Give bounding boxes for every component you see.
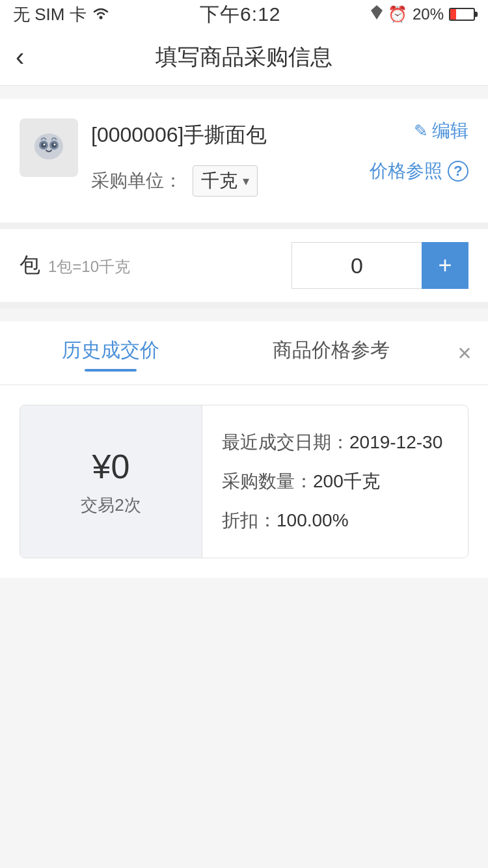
plus-icon: +: [438, 252, 452, 279]
page-title: 填写商品采购信息: [156, 42, 332, 72]
unit-label: 采购单位：: [91, 169, 182, 193]
transaction-price-panel: ¥0 交易2次: [20, 405, 202, 558]
tab-product-price-ref[interactable]: 商品价格参考: [221, 321, 441, 385]
discount-label: 折扣：: [222, 510, 277, 530]
quantity-plus-button[interactable]: +: [422, 242, 468, 289]
chevron-down-icon: ▾: [243, 173, 249, 189]
status-right: ⏰ 20%: [371, 5, 475, 23]
back-icon: ‹: [16, 42, 24, 72]
wifi-icon: [92, 5, 110, 25]
sim-text: 无 SIM 卡: [13, 3, 87, 26]
tab1-label: 历史成交价: [62, 337, 159, 364]
edit-label: 编辑: [432, 118, 468, 143]
date-label: 最近成交日期：: [222, 432, 349, 452]
status-time: 下午6:12: [200, 1, 280, 28]
status-left: 无 SIM 卡: [13, 3, 110, 26]
product-header: [0000006]手撕面包 采购单位： 千克 ▾ ✎ 编辑 价格参照 ?: [20, 118, 468, 197]
unit-row: 采购单位： 千克 ▾: [91, 165, 267, 197]
product-card: [0000006]手撕面包 采购单位： 千克 ▾ ✎ 编辑 价格参照 ?: [0, 99, 488, 223]
section-divider-2: [0, 302, 488, 308]
alarm-icon: ⏰: [388, 5, 407, 23]
transaction-count: 交易2次: [81, 494, 141, 517]
battery-percent: 20%: [413, 5, 444, 23]
product-info: [0000006]手撕面包 采购单位： 千克 ▾: [91, 118, 267, 197]
edit-icon: ✎: [414, 121, 428, 141]
svg-point-1: [34, 133, 63, 159]
price-ref-label: 价格参照: [370, 159, 442, 183]
product-logo-icon: [29, 127, 68, 169]
svg-point-6: [44, 144, 46, 146]
question-icon: ?: [448, 161, 468, 182]
transaction-price: ¥0: [92, 447, 130, 486]
product-left: [0000006]手撕面包 采购单位： 千克 ▾: [20, 118, 267, 197]
product-image: [20, 118, 78, 177]
tab-bar: 历史成交价 商品价格参考 ×: [0, 321, 488, 385]
section-divider: [0, 223, 488, 229]
quantity-left: 包 1包=10千克: [20, 251, 130, 280]
tab2-label: 商品价格参考: [273, 337, 390, 364]
quantity-unit-badge: 包: [20, 251, 40, 280]
unit-selector[interactable]: 千克 ▾: [193, 165, 258, 197]
tab-active-indicator: [85, 369, 137, 372]
quantity-row: 包 1包=10千克 0 +: [0, 229, 488, 302]
svg-point-0: [99, 16, 102, 19]
quantity-input-area: 0 +: [291, 242, 468, 289]
unit-value: 千克: [201, 169, 237, 193]
svg-point-7: [54, 144, 56, 146]
transaction-qty-row: 采购数量：200千克: [222, 468, 448, 495]
edit-button[interactable]: ✎ 编辑: [414, 118, 468, 143]
transaction-date-row: 最近成交日期：2019-12-30: [222, 429, 448, 456]
back-button[interactable]: ‹: [16, 42, 24, 72]
tab-history-price[interactable]: 历史成交价: [0, 321, 221, 385]
battery-icon: [449, 8, 475, 21]
product-name: [0000006]手撕面包: [91, 121, 267, 150]
content-area: ¥0 交易2次 最近成交日期：2019-12-30 采购数量：200千克 折扣：…: [0, 385, 488, 578]
qty-label: 采购数量：: [222, 471, 313, 491]
transaction-card: ¥0 交易2次 最近成交日期：2019-12-30 采购数量：200千克 折扣：…: [20, 405, 468, 558]
close-icon: ×: [457, 340, 471, 367]
tab-close-button[interactable]: ×: [441, 330, 488, 377]
quantity-value: 0: [351, 253, 363, 278]
location-icon: [371, 5, 383, 23]
nav-bar: ‹ 填写商品采购信息: [0, 29, 488, 86]
status-bar: 无 SIM 卡 下午6:12 ⏰ 20%: [0, 0, 488, 29]
qty-value: 200千克: [313, 471, 380, 491]
transaction-details-panel: 最近成交日期：2019-12-30 采购数量：200千克 折扣：100.00%: [202, 405, 468, 558]
price-ref-button[interactable]: 价格参照 ?: [370, 159, 468, 183]
date-value: 2019-12-30: [349, 432, 442, 452]
quantity-conversion: 1包=10千克: [48, 256, 130, 277]
quantity-input[interactable]: 0: [291, 242, 422, 289]
discount-value: 100.00%: [277, 510, 349, 530]
transaction-discount-row: 折扣：100.00%: [222, 507, 448, 534]
